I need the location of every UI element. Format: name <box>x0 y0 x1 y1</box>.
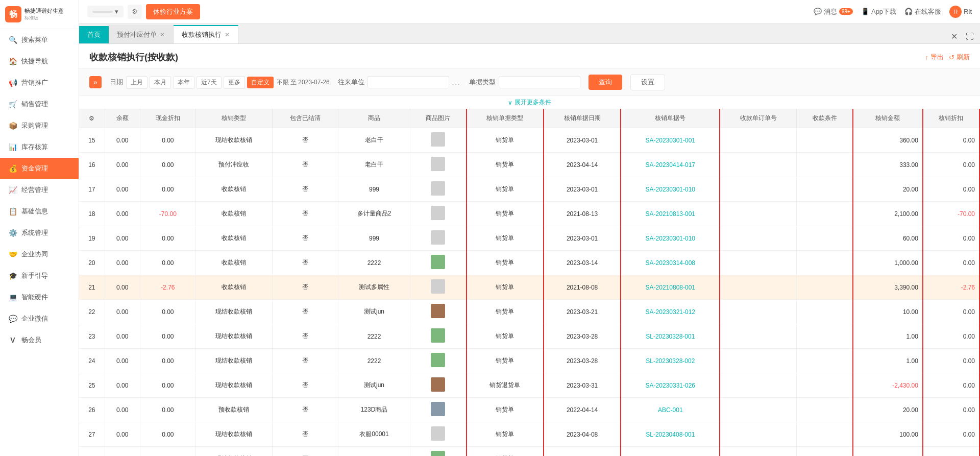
table-area[interactable]: ⚙ 余额 现金折扣 核销类型 包含已结清 商品 商品图片 核销单据类型 核销单据… <box>79 109 980 456</box>
tab-writeoff-close[interactable]: ✕ <box>225 31 230 38</box>
date-btn-this-month[interactable]: 本月 <box>150 76 171 89</box>
write-off-no-link[interactable]: SA-20210813-001 <box>646 210 695 218</box>
cell-type: 现结收款核销 <box>195 373 272 398</box>
cell-write-off-no[interactable]: SA-20230314-008 <box>621 251 720 275</box>
date-btn-7days[interactable]: 近7天 <box>197 76 222 89</box>
cell-write-off-no[interactable]: SA-20210813-001 <box>621 202 720 226</box>
sidebar-item-inventory[interactable]: 📊 库存核算 <box>0 136 79 158</box>
cell-write-off-no[interactable]: SL-20230418-001 <box>621 447 720 457</box>
sidebar-item-enterprise[interactable]: 🤝 企业协同 <box>0 244 79 265</box>
sidebar-item-sales[interactable]: 🛒 销售管理 <box>0 93 79 115</box>
cell-write-off-no[interactable]: SA-20230301-001 <box>621 128 720 153</box>
sidebar-item-operation[interactable]: 📈 经营管理 <box>0 179 79 201</box>
date-btn-last-month[interactable]: 上月 <box>126 76 148 89</box>
company-selector[interactable]: ▾ <box>87 6 124 17</box>
write-off-no-link[interactable]: SL-20230408-001 <box>646 431 695 438</box>
write-off-no-link[interactable]: SA-20210808-001 <box>646 284 695 291</box>
main-area: ▾ ⚙ 休验行业方案 💬 消息 99+ 📱 App下载 🎧 在线客服 R Rit <box>79 0 980 456</box>
cell-write-off-no[interactable]: SA-20230321-012 <box>621 300 720 324</box>
cell-write-off-no[interactable]: SL-20230328-002 <box>621 349 720 373</box>
table-row: 17 0.00 0.00 收款核销 否 999 销货单 2023-03-01 S… <box>79 177 979 202</box>
sidebar-item-hardware[interactable]: 💻 智能硬件 <box>0 286 79 308</box>
sidebar-item-system[interactable]: ⚙️ 系统管理 <box>0 222 79 244</box>
wechat-icon: 💬 <box>8 314 17 323</box>
settings-gear-button[interactable]: ⚙ <box>128 5 142 19</box>
write-off-no-link[interactable]: ABC-001 <box>658 406 683 414</box>
cell-type: 收款核销 <box>195 202 272 226</box>
phone-icon: 📱 <box>861 8 869 15</box>
cell-write-off-type: 销货单 <box>467 275 544 300</box>
tab-home[interactable]: 首页 <box>79 26 109 43</box>
cell-seq: 18 <box>79 202 105 226</box>
finance-icon: 💰 <box>8 164 17 173</box>
tab-prepay[interactable]: 预付冲应付单 ✕ <box>109 26 174 43</box>
tab-expand-button[interactable]: ⛶ <box>964 30 976 43</box>
sidebar-item-wechat[interactable]: 💬 企业微信 <box>0 308 79 329</box>
cell-seq: 28 <box>79 447 105 457</box>
write-off-no-link[interactable]: SA-20230414-017 <box>646 161 695 169</box>
app-download-area[interactable]: 📱 App下载 <box>861 7 896 16</box>
filter-date-label: 日期 <box>110 78 123 87</box>
date-btn-this-year[interactable]: 本年 <box>173 76 194 89</box>
sidebar-item-search[interactable]: 🔍 搜索菜单 <box>0 29 79 51</box>
write-off-no-link[interactable]: SA-20230301-001 <box>646 137 695 144</box>
cell-type: 现结收款核销 <box>195 324 272 349</box>
tab-prepay-close[interactable]: ✕ <box>160 31 165 38</box>
cell-receipt-order <box>720 275 797 300</box>
tab-writeoff-label: 收款核销执行 <box>182 30 222 39</box>
partner-input[interactable] <box>368 76 449 88</box>
tab-writeoff[interactable]: 收款核销执行 ✕ <box>174 25 238 43</box>
write-off-no-link[interactable]: SA-20230314-008 <box>646 259 695 267</box>
filter-expand-button[interactable]: » <box>89 76 102 88</box>
sidebar-item-basic[interactable]: 📋 基础信息 <box>0 201 79 222</box>
expand-more-bar[interactable]: ∨ 展开更多条件 <box>79 96 980 109</box>
sidebar-item-label: 智能硬件 <box>21 293 48 302</box>
sidebar-item-purchase[interactable]: 📦 采购管理 <box>0 115 79 136</box>
cell-write-off-discount: 0.00 <box>923 324 979 349</box>
cell-write-off-discount: 0.00 <box>923 226 979 251</box>
sidebar-item-quick-nav[interactable]: 🏠 快捷导航 <box>0 51 79 72</box>
cell-write-off-no[interactable]: SL-20230408-001 <box>621 422 720 447</box>
filter-partner-item: 往来单位 ... <box>338 76 461 88</box>
sidebar-item-marketing[interactable]: 📢 营销推广 <box>0 72 79 93</box>
username: Rit <box>964 8 972 15</box>
cell-included: 否 <box>272 177 338 202</box>
write-off-no-link[interactable]: SL-20230328-001 <box>646 333 695 340</box>
cell-write-off-date: 2023-04-18 <box>544 447 621 457</box>
hardware-icon: 💻 <box>8 293 17 302</box>
sidebar-item-finance[interactable]: 💰 资金管理 <box>0 158 79 179</box>
write-off-no-link[interactable]: SA-20230321-012 <box>646 308 695 316</box>
cell-write-off-no[interactable]: SA-20230331-026 <box>621 373 720 398</box>
tab-close-button[interactable]: ✕ <box>949 30 960 43</box>
refresh-button[interactable]: ↺ 刷新 <box>949 53 970 62</box>
notification-area[interactable]: 💬 消息 99+ <box>814 7 853 16</box>
cell-write-off-no[interactable]: SA-20230301-010 <box>621 226 720 251</box>
write-off-no-link[interactable]: SA-20230301-010 <box>646 186 695 193</box>
query-button[interactable]: 查询 <box>589 75 622 90</box>
date-btn-more[interactable]: 更多 <box>224 76 245 89</box>
type-select[interactable] <box>499 76 580 88</box>
setting-button[interactable]: 设置 <box>630 74 665 90</box>
cell-write-off-date: 2022-04-14 <box>544 398 621 422</box>
cell-write-off-no[interactable]: SA-20210808-001 <box>621 275 720 300</box>
cell-write-off-no[interactable]: ABC-001 <box>621 398 720 422</box>
cell-receipt-condition <box>797 422 853 447</box>
write-off-no-link[interactable]: SL-20230328-002 <box>646 357 695 365</box>
cell-product: 测试jun <box>338 300 410 324</box>
online-service-area[interactable]: 🎧 在线客服 <box>904 7 941 16</box>
sidebar-item-member[interactable]: V 畅会员 <box>0 329 79 351</box>
col-settings[interactable]: ⚙ <box>79 109 105 128</box>
cell-write-off-no[interactable]: SL-20230328-001 <box>621 324 720 349</box>
cell-write-off-no[interactable]: SA-20230414-017 <box>621 153 720 177</box>
date-range-text: 不限 至 2023-07-26 <box>277 78 330 87</box>
date-btn-custom[interactable]: 自定义 <box>247 77 274 88</box>
write-off-no-link[interactable]: SA-20230331-026 <box>646 382 695 389</box>
user-area[interactable]: R Rit <box>949 6 972 18</box>
cell-write-off-no[interactable]: SA-20230301-010 <box>621 177 720 202</box>
industry-solution-button[interactable]: 休验行业方案 <box>146 4 200 19</box>
cell-balance: 0.00 <box>105 422 140 447</box>
write-off-no-link[interactable]: SA-20230301-010 <box>646 235 695 242</box>
export-button[interactable]: ↑ 导出 <box>925 53 944 62</box>
cell-included: 否 <box>272 447 338 457</box>
sidebar-item-guide[interactable]: 🎓 新手引导 <box>0 265 79 286</box>
